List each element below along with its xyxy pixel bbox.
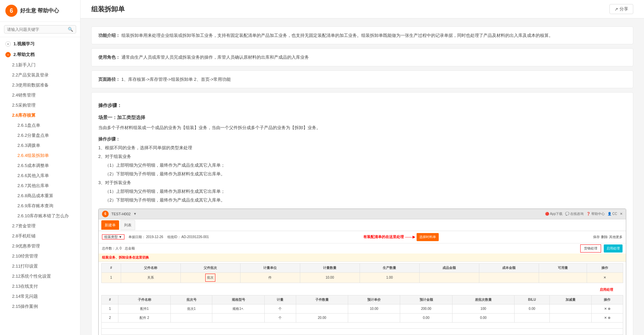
sidebar-item-other-in[interactable]: 2.6.6其他入库单	[0, 171, 80, 181]
mock-tab-list[interactable]: 列表	[120, 220, 135, 230]
sidebar-item-stocktake[interactable]: 2.6.1盘点单	[0, 120, 80, 130]
sidebar-item-ledger-fix[interactable]: 2.6.10库存账本错了怎么办	[0, 211, 80, 221]
role-text: 通常由生产人员或库管人员完成拆装业务的操作，库管人员确认原材料的出库和产成品的入…	[121, 55, 309, 60]
minus-icon: –	[5, 52, 11, 57]
mock-warehouse-row: 货物处理 启用处理	[580, 244, 623, 253]
path-block: 页面路径： 1、库存核算->库存管理->组装拆卸单 2、首页->常用功能	[91, 70, 633, 88]
sidebar-item-ledger-query[interactable]: 2.6.9库存账本查询	[0, 201, 80, 211]
screenshot-wrapper: 6 TEST-H002 ▼ 🔴 App下载 💬 在线咨询 ❓ 帮助中心 👤 CC…	[98, 209, 626, 335]
sidebar-item-beginner[interactable]: 2.1新手入门	[0, 60, 80, 70]
mock-order-label: 组批ID： AD-20191226-001	[167, 234, 209, 240]
step3: 3、对于拆装业务	[98, 178, 626, 187]
annotation1-text: 有装配清单的在这里处理	[363, 233, 404, 241]
share-icon: ↗	[614, 7, 618, 12]
mock-qty-info: 总件数：人 0 总金额	[102, 245, 135, 252]
search-box[interactable]: 🔍	[4, 25, 76, 34]
mock-form-header: 组装类型 ▼ 单据日期： 2019-12-26 组批ID： AD-2019122…	[99, 231, 626, 243]
sidebar-item-faq[interactable]: 2.14常见问题	[0, 291, 80, 301]
role-block: 使用角色： 通常由生产人员或库管人员完成拆装业务的操作，库管人员确认原材料的出库…	[91, 48, 633, 66]
step2: 2、对于组装业务	[98, 152, 626, 161]
logo-icon: 6	[5, 5, 17, 17]
mock-lower-table: # 子件名称 批次号 规格型号 计量 子件数量 预计单价 预计金额 差批次数量	[99, 294, 626, 335]
step1: 1、根据不同的业务，选择不同单据的类型来处理	[98, 144, 626, 152]
page-title: 组装拆卸单	[91, 5, 125, 14]
mock-enable-btn[interactable]: 启用处理	[604, 244, 623, 253]
step3-1: （1）上部明细为父件明细，最终作为原材料生成其它出库单；	[105, 187, 626, 196]
sidebar-item-finance[interactable]: 2.7资金管理	[0, 221, 80, 231]
steps-block: 操作步骤： 场景一：加工类型选择 当由多个子件材料组装成一个成品的业务为【组装】…	[91, 92, 633, 335]
sidebar-item-video[interactable]: + 1.视频学习	[0, 39, 80, 49]
search-input[interactable]	[7, 27, 68, 32]
steps-title: 操作步骤：	[98, 101, 626, 110]
sidebar-item-print[interactable]: 2.11打印设置	[0, 261, 80, 271]
scene1-title: 场景一：加工类型选择	[98, 113, 626, 122]
mock-annotation1-area: 有装配清单的在这里处理 ——▶ 选择时料单	[213, 233, 589, 241]
mock-top-right: 🔴 App下载 💬 在线咨询 ❓ 帮助中心 👤 CC ✕	[545, 211, 623, 217]
mock-parent-table: # 父件名称 父件批次 计量单位 计量数量 生产数量 成品金额 成本金额 可用量	[101, 263, 623, 283]
mock-warehouse-selector[interactable]: 货物处理	[580, 244, 601, 253]
search-area: 🔍	[0, 22, 80, 37]
sidebar-item-purchase[interactable]: 2.5采购管理	[0, 100, 80, 110]
role-label: 使用角色：	[98, 55, 120, 60]
logo-area: 6 好生意 帮助中心	[0, 0, 80, 22]
mock-date-label: 单据日期： 2019-12-26	[128, 234, 163, 240]
step2-1: （1）上部明细为父件明细，最终作为产成品生成其它入库单；	[105, 161, 626, 170]
scene1-desc: 当由多个子件材料组装成一个成品的业务为【组装】业务，当由一个父件拆分成多个子产品…	[98, 123, 626, 132]
search-icon[interactable]: 🔍	[68, 27, 73, 32]
sidebar-item-mobile[interactable]: 2.8手机旺铺	[0, 231, 80, 241]
mock-title: TEST-H002	[111, 210, 130, 218]
sidebar: 6 好生意 帮助中心 🔍 + 1.视频学习 – 2.帮助文档 2.1新手入门 2…	[0, 0, 80, 335]
func-intro-block: 功能介绍： 组装拆卸单用来处理企业组装或拆卸等加工业务，支持有固定装配清单的产品…	[91, 26, 633, 44]
mock-logo: 6	[102, 211, 109, 217]
mock-select-btn[interactable]: 选择时料单	[417, 233, 439, 241]
sidebar-item-coupon[interactable]: 2.9优惠券管理	[0, 241, 80, 251]
mock-titlebar: 6 TEST-H002 ▼ 🔴 App下载 💬 在线咨询 ❓ 帮助中心 👤 CC…	[99, 209, 626, 219]
sidebar-item-cost-recalc[interactable]: 2.6.8商品成本重算	[0, 191, 80, 201]
sidebar-item-sales[interactable]: 2.4销售管理	[0, 90, 80, 100]
annotation2-text: 组装业务、拆卸业务在这里切换	[99, 254, 626, 262]
sidebar-item-docs[interactable]: – 2.帮助文档	[0, 49, 80, 60]
func-intro-text: 组装拆卸单用来处理企业组装或拆卸等加工业务，支持有固定装配清单的产品加工业务，也…	[121, 33, 553, 38]
content-area: 功能介绍： 组装拆卸单用来处理企业组装或拆卸等加工业务，支持有固定装配清单的产品…	[80, 18, 644, 335]
sidebar-item-assembly[interactable]: 2.6.4组装拆卸单	[0, 151, 80, 161]
sidebar-item-transfer[interactable]: 2.6.3调拨单	[0, 141, 80, 151]
plus-icon: +	[5, 41, 11, 47]
mock-nav-hint: ▼	[133, 211, 137, 217]
mock-tabs: 新建单 列表	[99, 219, 626, 231]
mock-type-selector[interactable]: 组装类型 ▼	[102, 234, 124, 240]
mock-window: 6 TEST-H002 ▼ 🔴 App下载 💬 在线咨询 ❓ 帮助中心 👤 CC…	[98, 209, 626, 335]
sidebar-item-other-out[interactable]: 2.6.7其他出库单	[0, 181, 80, 191]
annotation3-area: 启用处理	[99, 286, 626, 294]
mock-right-actions: 保存 删除 其他更多	[593, 234, 623, 240]
sidebar-item-cost-adj[interactable]: 2.6.5成本调整单	[0, 161, 80, 171]
top-bar: 组装拆卸单 ↗ 分享	[80, 0, 644, 18]
sidebar-item-split-stocktake[interactable]: 2.6.2分量盘点单	[0, 130, 80, 141]
main-content: 组装拆卸单 ↗ 分享 功能介绍： 组装拆卸单用来处理企业组装或拆卸等加工业务，支…	[80, 0, 644, 335]
mock-upper-table: # 父件名称 父件批次 计量单位 计量数量 生产数量 成品金额 成本金额 可用量	[99, 262, 626, 286]
mock-annotation-row: 总件数：人 0 总金额 货物处理 启用处理	[99, 243, 626, 254]
nav-list: + 1.视频学习 – 2.帮助文档 2.1新手入门 2.2产品安装及登录 2.3…	[0, 37, 80, 335]
steps-intro: 操作步骤：	[98, 135, 626, 144]
share-button[interactable]: ↗ 分享	[609, 4, 633, 14]
app-name: 好生意 帮助中心	[20, 7, 59, 14]
func-intro-label: 功能介绍：	[98, 33, 120, 38]
step3-2: （2）下部明细为子件明细，最终作为产成品生成其它入库单。	[105, 196, 626, 205]
sidebar-item-data-prep[interactable]: 2.3使用前数据准备	[0, 80, 80, 90]
path-label: 页面路径：	[98, 77, 120, 82]
sidebar-item-custom[interactable]: 2.12系统个性化设置	[0, 271, 80, 281]
sidebar-item-cases[interactable]: 2.15操作案例	[0, 301, 80, 312]
sidebar-item-install[interactable]: 2.2产品安装及登录	[0, 70, 80, 80]
sidebar-item-inventory[interactable]: 2.6库存核算	[0, 110, 80, 120]
mock-tab-new[interactable]: 新建单	[101, 220, 119, 230]
annotation3-text: 启用处理	[600, 286, 613, 293]
mock-child-table: # 子件名称 批次号 规格型号 计量 子件数量 预计单价 预计金额 差批次数量	[101, 295, 623, 335]
step2-2: （2）下部明细为子件明细，最终作为原材料生成其它出库单。	[105, 170, 626, 178]
sidebar-item-payment[interactable]: 2.13在线支付	[0, 281, 80, 291]
path-text: 1、库存核算->库存管理->组装拆卸单 2、首页->常用功能	[121, 77, 231, 82]
sidebar-item-operation[interactable]: 2.10经营管理	[0, 251, 80, 261]
